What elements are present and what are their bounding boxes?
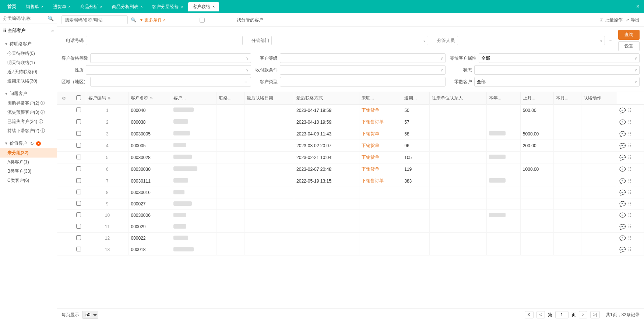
nav-tab-customer-layer[interactable]: 客户分层经营 ×: [148, 2, 187, 11]
grid-action-icon[interactable]: ⠿: [628, 155, 631, 160]
message-action-icon[interactable]: 💬: [619, 143, 626, 149]
payment-select[interactable]: ∨: [280, 65, 445, 75]
checkbox-column-header[interactable]: [71, 92, 86, 105]
row-checkbox-cell[interactable]: [71, 187, 86, 198]
row-checkbox[interactable]: [76, 212, 81, 217]
row-checkbox-cell[interactable]: [71, 163, 86, 175]
nav-tab-customer-contact[interactable]: 客户联络 ×: [188, 2, 219, 11]
message-action-icon[interactable]: 💬: [619, 247, 626, 253]
message-action-icon[interactable]: 💬: [619, 235, 626, 241]
sidebar-collapse-button[interactable]: «: [51, 28, 54, 33]
message-action-icon[interactable]: 💬: [619, 119, 626, 125]
row-checkbox[interactable]: [76, 224, 81, 229]
grid-action-icon[interactable]: ⠿: [628, 178, 631, 184]
row-checkbox-cell[interactable]: [71, 152, 86, 163]
grid-action-icon[interactable]: ⠿: [628, 224, 631, 230]
row-checkbox-cell[interactable]: [71, 221, 86, 233]
row-checkbox[interactable]: [76, 131, 81, 136]
customer-type-select[interactable]: [280, 77, 445, 87]
row-checkbox[interactable]: [76, 235, 81, 240]
name-column-header[interactable]: 客户名称 ⇅: [129, 92, 171, 105]
nav-tab-purchase[interactable]: 进货单 ×: [49, 2, 75, 11]
region-select[interactable]: ···: [90, 77, 251, 87]
message-action-icon[interactable]: 💬: [619, 212, 626, 218]
message-action-icon[interactable]: 💬: [619, 155, 626, 160]
contact-way-link[interactable]: 下销货单: [362, 107, 379, 113]
grid-action-icon[interactable]: ⠿: [628, 166, 631, 172]
sidebar-item-churn-warning[interactable]: 流失预警客户(3) ⓘ: [0, 108, 57, 117]
grid-action-icon[interactable]: ⠿: [628, 235, 631, 241]
row-checkbox-cell[interactable]: [71, 175, 86, 187]
manager-select[interactable]: ∨: [457, 36, 605, 45]
nav-tab-product-analysis[interactable]: 商品分析 ×: [76, 2, 107, 11]
contact-way-link[interactable]: 下销售订单: [362, 119, 384, 124]
row-checkbox-cell[interactable]: [71, 233, 86, 244]
next-page-button[interactable]: >: [579, 311, 587, 318]
row-checkbox[interactable]: [76, 190, 81, 194]
row-checkbox[interactable]: [76, 143, 81, 148]
grid-action-icon[interactable]: ⠿: [628, 131, 631, 137]
settings-column-header[interactable]: ⚙: [57, 92, 71, 105]
close-sales-icon[interactable]: ×: [41, 5, 43, 9]
grid-action-icon[interactable]: ⠿: [628, 119, 631, 125]
sparse-customer-select[interactable]: 全部 ∨: [474, 77, 640, 87]
sidebar-search-icon[interactable]: 🔍: [47, 15, 54, 21]
sidebar-item-class-b[interactable]: B类客户(33): [0, 167, 57, 176]
all-customers-label[interactable]: ⠿ 全部客户 «: [0, 25, 57, 36]
sidebar-item-churned[interactable]: 已流失客户(24) ⓘ: [0, 117, 57, 126]
nav-tab-sales[interactable]: 销售单 ×: [21, 2, 48, 11]
close-customer-layer-icon[interactable]: ×: [181, 5, 183, 9]
row-checkbox-cell[interactable]: [71, 128, 86, 140]
nav-tab-product-list[interactable]: 商品分析列表 ×: [108, 2, 147, 11]
my-customers-checkbox[interactable]: [169, 18, 235, 22]
sidebar-group-value-title[interactable]: ▼ 价值客户 ↻ ●: [0, 138, 57, 148]
refresh-icon[interactable]: ↻: [30, 141, 34, 146]
sidebar-item-7days-pending[interactable]: 近7天待联络(0): [0, 67, 57, 77]
batch-ops-button[interactable]: ☑ 批量操作: [599, 17, 623, 23]
prev-page-button[interactable]: <: [536, 311, 545, 318]
contact-way-link[interactable]: 下销售订单: [362, 178, 384, 183]
contact-way-link[interactable]: 下销货单: [362, 131, 379, 136]
row-checkbox[interactable]: [76, 247, 81, 251]
grid-action-icon[interactable]: ⠿: [628, 247, 631, 253]
select-all-checkbox[interactable]: [76, 95, 81, 100]
search-input[interactable]: [61, 15, 128, 24]
contact-way-link[interactable]: 下销货单: [362, 155, 379, 160]
status-select[interactable]: ∨: [474, 65, 640, 75]
message-action-icon[interactable]: 💬: [619, 131, 626, 137]
close-all-button[interactable]: ×: [635, 3, 641, 10]
message-action-icon[interactable]: 💬: [619, 224, 626, 230]
my-customers-checkbox-label[interactable]: 我分管的客户: [169, 17, 263, 23]
row-checkbox[interactable]: [76, 201, 81, 206]
nature-select[interactable]: ∨: [86, 65, 251, 75]
message-action-icon[interactable]: 💬: [619, 201, 626, 207]
row-checkbox[interactable]: [76, 166, 81, 171]
message-action-icon[interactable]: 💬: [619, 178, 626, 184]
dept-select[interactable]: ∨: [271, 36, 428, 45]
row-checkbox[interactable]: [76, 107, 81, 112]
nav-tab-home[interactable]: 首页: [3, 2, 21, 11]
phone-input[interactable]: [86, 36, 243, 45]
close-product-analysis-icon[interactable]: ×: [100, 5, 102, 9]
query-button[interactable]: 查询: [618, 30, 640, 40]
message-action-icon[interactable]: 💬: [619, 190, 626, 195]
row-checkbox[interactable]: [76, 155, 81, 159]
sidebar-group-problem-title[interactable]: ▼ 问题客户: [0, 89, 57, 99]
sidebar-item-tomorrow-pending[interactable]: 明天待联络(1): [0, 58, 57, 67]
first-page-button[interactable]: K: [525, 311, 534, 318]
close-product-list-icon[interactable]: ×: [141, 5, 143, 9]
row-checkbox-cell[interactable]: [71, 116, 86, 128]
grid-action-icon[interactable]: ⠿: [628, 190, 631, 195]
row-checkbox[interactable]: [76, 178, 81, 183]
sidebar-item-declining[interactable]: 持续下滑客户(2) ⓘ: [0, 126, 57, 135]
sparse-attr-select[interactable]: 全部 ∨: [479, 53, 640, 63]
grid-action-icon[interactable]: ⠿: [628, 107, 631, 113]
reset-button[interactable]: 设置: [618, 41, 640, 51]
row-checkbox-cell[interactable]: [71, 140, 86, 152]
sidebar-item-hoarding[interactable]: 囤购异常客户(2) ⓘ: [0, 99, 57, 108]
contact-way-link[interactable]: 下销货单: [362, 166, 379, 172]
close-customer-contact-icon[interactable]: ×: [212, 5, 215, 9]
sidebar-item-class-a[interactable]: A类客户(1): [0, 158, 57, 167]
grid-action-icon[interactable]: ⠿: [628, 143, 631, 149]
row-checkbox-cell[interactable]: [71, 198, 86, 210]
